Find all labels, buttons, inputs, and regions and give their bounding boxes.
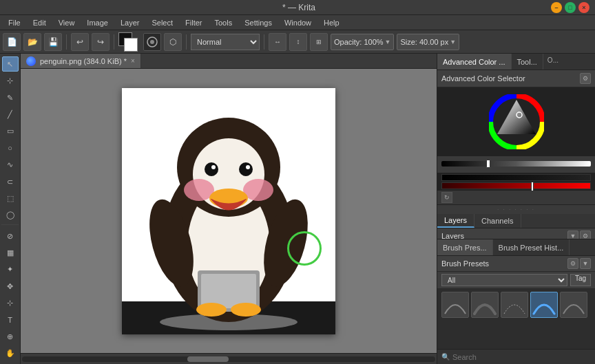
panel-dots-separator: · · · · · · · <box>437 205 595 214</box>
tool-colorpicker[interactable]: ✦ <box>2 262 19 277</box>
color-gradient-bars <box>437 173 595 191</box>
brush-settings-btn[interactable]: ⚙ <box>567 258 578 269</box>
tool-gradient[interactable]: ▦ <box>2 245 19 260</box>
tab-brush-history[interactable]: Brush Preset Hist... <box>493 239 570 255</box>
svg-marker-24 <box>497 100 536 134</box>
brush-thumb-1[interactable] <box>441 292 469 318</box>
horizontal-scrollbar[interactable] <box>22 356 435 362</box>
menu-image[interactable]: Image <box>81 17 114 28</box>
tab-channels[interactable]: Channels <box>474 214 521 228</box>
tool-separator <box>1 224 19 227</box>
tab-close-btn[interactable]: × <box>131 57 135 65</box>
tool-rect[interactable]: ▭ <box>2 124 19 139</box>
color-refresh-btn[interactable]: ↻ <box>441 192 452 203</box>
hue-slider-track[interactable] <box>441 161 591 167</box>
new-btn[interactable]: 📄 <box>3 33 21 51</box>
tab-more[interactable]: O... <box>543 54 563 69</box>
menu-settings[interactable]: Settings <box>239 17 278 28</box>
menu-window[interactable]: Window <box>279 17 317 28</box>
redo-btn[interactable]: ↪ <box>92 33 109 51</box>
red-gradient-bar[interactable] <box>441 182 591 189</box>
canvas-area: penguin.png (384.0 KiB) * × <box>21 54 437 364</box>
maximize-button[interactable]: □ <box>565 2 576 13</box>
search-icon: 🔍 <box>441 353 450 361</box>
tool-freehand[interactable]: ✎ <box>2 90 19 105</box>
menu-edit[interactable]: Edit <box>28 17 52 28</box>
size-label: Size: 40.00 px <box>400 38 448 46</box>
tool-select-rect[interactable]: ⬚ <box>2 191 19 206</box>
tool-zoom[interactable]: ⊕ <box>2 329 19 344</box>
tool-line[interactable]: ╱ <box>2 107 19 122</box>
tool-cursor[interactable]: ↖ <box>2 56 19 72</box>
close-button[interactable]: × <box>578 2 589 13</box>
opacity-down-btn[interactable]: ▼ <box>385 39 391 45</box>
tool-transform[interactable]: ⊹ <box>2 73 19 88</box>
search-input[interactable] <box>452 353 591 361</box>
tab-advanced-color[interactable]: Advanced Color ... <box>437 54 512 69</box>
tool-freehand-select[interactable]: ⊂ <box>2 174 19 189</box>
blend-mode-select[interactable]: Normal <box>191 34 260 50</box>
tab-layers[interactable]: Layers <box>437 214 474 228</box>
size-down-btn[interactable]: ▼ <box>450 39 456 45</box>
menu-view[interactable]: View <box>53 17 81 28</box>
tab-bar: penguin.png (384.0 KiB) * × <box>21 54 437 69</box>
mirror-y-btn[interactable]: ↕ <box>289 33 307 51</box>
open-btn[interactable]: 📂 <box>23 33 41 51</box>
menu-help[interactable]: Help <box>318 17 345 28</box>
menu-filter[interactable]: Filter <box>180 17 207 28</box>
canvas-tab[interactable]: penguin.png (384.0 KiB) * × <box>21 54 141 68</box>
brush-header-buttons: ⚙ ▼ <box>567 258 591 269</box>
tool-ellipse[interactable]: ○ <box>2 140 19 156</box>
menu-tools[interactable]: Tools <box>209 17 238 28</box>
layers-tabs: Layers Channels <box>437 214 595 228</box>
tool-select-ellipse[interactable]: ◯ <box>2 208 19 223</box>
tab-brush-presets[interactable]: Brush Pres... <box>437 239 493 255</box>
brush-options-btn[interactable]: ▼ <box>580 258 591 269</box>
canvas[interactable] <box>122 88 335 334</box>
title-controls: – □ × <box>551 2 589 13</box>
tool-fill[interactable]: ⊘ <box>2 228 19 244</box>
minimize-button[interactable]: – <box>551 2 562 13</box>
color-wheel-container[interactable] <box>489 94 544 149</box>
canvas-scroll-area <box>21 69 437 353</box>
color-wheel-area[interactable] <box>437 87 595 156</box>
color-sliders <box>437 156 595 173</box>
svg-point-17 <box>239 162 253 176</box>
tool-move[interactable]: ✥ <box>2 279 19 294</box>
color-wheel-svg[interactable] <box>489 94 544 149</box>
svg-point-16 <box>211 165 216 169</box>
tag-button[interactable]: Tag <box>570 274 591 286</box>
scrollbar-thumb[interactable] <box>187 356 229 362</box>
brush-thumb-5[interactable] <box>560 292 587 318</box>
color-refresh-row: ↻ <box>437 191 595 205</box>
color-pair[interactable] <box>118 32 140 52</box>
tool-bezier[interactable]: ∿ <box>2 157 19 172</box>
adv-color-settings-btn[interactable]: ⚙ <box>580 73 591 84</box>
tool-crop[interactable]: ⊹ <box>2 295 19 310</box>
background-color[interactable] <box>124 38 138 52</box>
dark-gradient-bar[interactable] <box>441 174 591 181</box>
layers-section: Layers Channels Layers ▼ ⚙ Normal ⚟ <box>437 214 595 239</box>
wrap-btn[interactable]: ⊞ <box>310 33 328 51</box>
save-btn[interactable]: 💾 <box>44 33 62 51</box>
krita-logo <box>26 56 36 66</box>
brush-category-select[interactable]: All <box>441 274 567 286</box>
tool-text[interactable]: T <box>2 312 19 328</box>
brush-thumb-3[interactable] <box>501 292 528 318</box>
brush-thumb-2[interactable] <box>471 292 499 318</box>
menu-layer[interactable]: Layer <box>115 17 145 28</box>
brush-preset-icon[interactable] <box>143 33 161 51</box>
svg-point-21 <box>196 303 227 317</box>
mirror-x-btn[interactable]: ↔ <box>269 33 286 51</box>
penguin-drawing <box>122 88 335 334</box>
tab-tool[interactable]: Tool... <box>512 54 543 69</box>
tool-pan[interactable]: ✋ <box>2 346 19 361</box>
undo-btn[interactable]: ↩ <box>71 33 89 51</box>
brush-thumb-4[interactable] <box>530 292 558 318</box>
menu-select[interactable]: Select <box>146 17 178 28</box>
hue-slider-thumb[interactable] <box>486 160 490 168</box>
menu-file[interactable]: File <box>3 17 26 28</box>
eraser-btn[interactable]: ⬡ <box>164 33 182 51</box>
brush-filter-row: All Tag <box>437 272 595 289</box>
red-slider-thumb[interactable] <box>531 182 534 191</box>
